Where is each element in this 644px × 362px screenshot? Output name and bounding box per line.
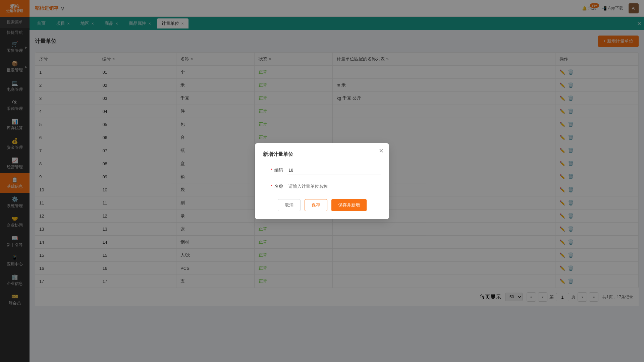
code-input[interactable] [287,166,381,175]
save-button[interactable]: 保存 [305,199,327,211]
modal-footer: 取消 保存 保存并新增 [263,199,381,211]
modal-overlay[interactable]: 新增计量单位 ✕ * 编码 * 名称 取消 保存 保存并新增 [0,0,644,362]
code-label: * 编码 [263,167,283,173]
form-name-row: * 名称 [263,182,381,191]
add-unit-modal: 新增计量单位 ✕ * 编码 * 名称 取消 保存 保存并新增 [255,143,389,219]
modal-title: 新增计量单位 [263,151,381,158]
name-label: * 名称 [263,183,283,189]
cancel-button[interactable]: 取消 [278,199,301,211]
form-code-row: * 编码 [263,166,381,175]
required-mark2: * [271,184,272,189]
save-and-new-button[interactable]: 保存并新增 [331,199,367,211]
required-mark: * [271,168,272,173]
name-input[interactable] [287,182,381,191]
modal-close-btn[interactable]: ✕ [379,147,384,155]
